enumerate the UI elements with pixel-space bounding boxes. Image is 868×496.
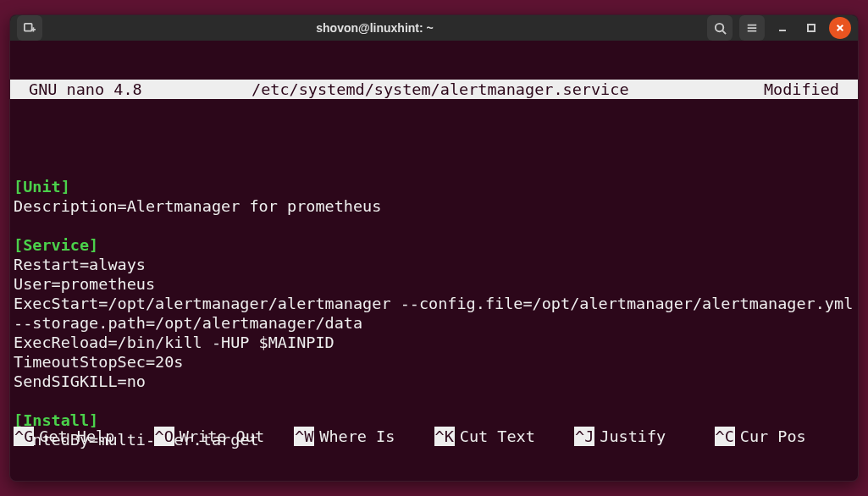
nano-file-path: /etc/systemd/system/alertmanager.service (252, 80, 756, 99)
shortcut-label: Get Help (34, 427, 114, 446)
line-timeout: TimeoutStopSec=20s (14, 353, 183, 371)
terminal-window: shovon@linuxhint: ~ (9, 14, 859, 482)
minimize-button[interactable] (771, 17, 793, 39)
new-tab-button[interactable] (17, 15, 42, 41)
shortcut-write-out[interactable]: ^OWrite Out (154, 427, 295, 446)
line-restart: Restart=always (14, 256, 146, 273)
shortcut-cur-pos[interactable]: ^CCur Pos (715, 427, 855, 446)
nano-status-bar: GNU nano 4.8 /etc/systemd/system/alertma… (10, 80, 858, 99)
svg-rect-9 (808, 25, 815, 31)
shortcut-label: Cut Text (455, 427, 535, 446)
menu-button[interactable] (739, 15, 765, 41)
nano-modified-flag: Modified (756, 80, 858, 99)
shortcut-key: ^G (14, 427, 34, 446)
shortcut-justify[interactable]: ^JJustify (574, 427, 715, 446)
shortcut-label: Justify (594, 427, 666, 446)
search-button[interactable] (707, 15, 733, 41)
maximize-icon (806, 23, 816, 33)
shortcut-where-is[interactable]: ^WWhere Is (294, 427, 434, 446)
section-unit: [Unit] (14, 178, 70, 196)
shortcut-cut-text[interactable]: ^KCut Text (434, 427, 575, 446)
window-title: shovon@linuxhint: ~ (42, 21, 707, 35)
shortcut-key: ^K (434, 427, 455, 446)
shortcut-row-1: ^GGet Help ^OWrite Out ^WWhere Is ^KCut … (14, 427, 854, 446)
shortcut-label: Cur Pos (735, 427, 806, 446)
shortcut-key: ^O (154, 427, 174, 446)
shortcut-label: Where Is (314, 427, 395, 446)
close-icon (836, 24, 844, 32)
line-execreload: ExecReload=/bin/kill -HUP $MAINPID (14, 333, 334, 351)
close-button[interactable] (829, 17, 851, 39)
shortcut-key: ^J (574, 427, 594, 446)
line-execstart: ExecStart=/opt/alertmanager/alertmanager… (14, 295, 853, 312)
minimize-icon (777, 23, 788, 33)
shortcut-key: ^C (715, 427, 735, 446)
line-storage: --storage.path=/opt/alertmanager/data (14, 314, 362, 332)
search-icon (714, 22, 727, 35)
svg-rect-0 (25, 24, 32, 31)
shortcut-label: Write Out (174, 427, 264, 446)
maximize-button[interactable] (800, 17, 822, 39)
section-service: [Service] (14, 236, 98, 254)
line-user: User=prometheus (14, 275, 155, 293)
shortcut-key: ^W (294, 427, 314, 446)
svg-line-4 (722, 30, 726, 34)
nano-app-name: GNU nano 4.8 (10, 80, 252, 99)
line-description: Description=Alertmanager for prometheus (14, 197, 381, 215)
nano-shortcut-bar: ^GGet Help ^OWrite Out ^WWhere Is ^KCut … (10, 388, 858, 482)
hamburger-icon (746, 22, 758, 34)
svg-point-3 (715, 23, 722, 30)
window-titlebar: shovon@linuxhint: ~ (10, 15, 858, 41)
terminal-plus-icon (24, 22, 36, 34)
shortcut-get-help[interactable]: ^GGet Help (14, 427, 154, 446)
terminal-body[interactable]: GNU nano 4.8 /etc/systemd/system/alertma… (10, 41, 858, 482)
